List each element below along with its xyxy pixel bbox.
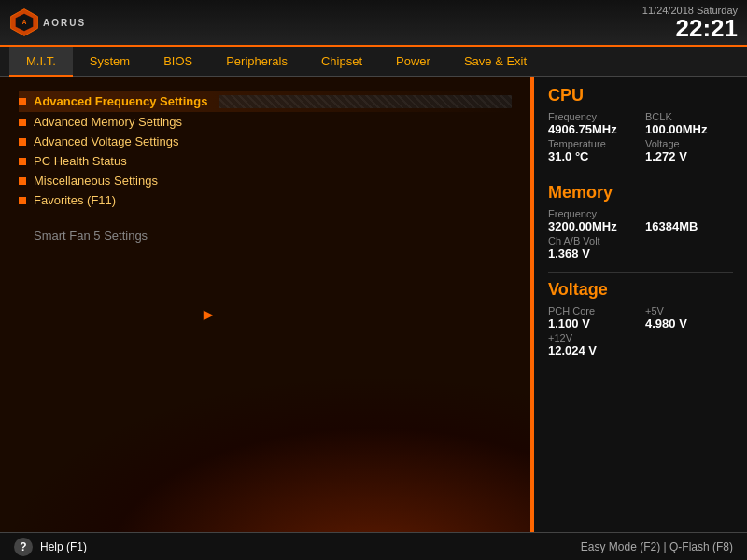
cpu-bclk: BCLK 100.00MHz [645, 111, 733, 136]
smart-fan-settings[interactable]: Smart Fan 5 Settings [34, 229, 512, 243]
logo-text: AORUS [43, 18, 86, 28]
nav-item-mit[interactable]: M.I.T. [9, 47, 73, 77]
mem-size: 16384MB [645, 208, 733, 233]
help-label: Help (F1) [40, 540, 87, 553]
logo-area: A AORUS [9, 7, 86, 37]
menu-item-adv-freq[interactable]: Advanced Frequency Settings [19, 91, 512, 112]
datetime-area: 11/24/2018 Saturday 22:21 [642, 5, 738, 40]
nav-item-peripherals[interactable]: Peripherals [209, 47, 304, 77]
plus12v: +12V 12.024 V [548, 332, 733, 357]
crosshatch-decoration [219, 95, 512, 108]
footer-right-text: Easy Mode (F2) | Q-Flash (F8) [581, 540, 733, 553]
help-icon: ? [14, 538, 33, 556]
cpu-voltage: Voltage 1.272 V [645, 138, 733, 163]
voltage-info-grid: PCH Core 1.100 V +5V 4.980 V +12V 12.024… [548, 305, 733, 357]
chevron-right-icon: ► [200, 305, 217, 325]
menu-item-adv-mem[interactable]: Advanced Memory Settings [19, 112, 512, 132]
bullet-icon [19, 98, 26, 105]
left-panel: Advanced Frequency Settings Advanced Mem… [0, 77, 532, 553]
menu-item-misc[interactable]: Miscellaneous Settings [19, 171, 512, 190]
cpu-temp: Temperature 31.0 °C [548, 138, 636, 163]
plus5v: +5V 4.980 V [645, 305, 733, 330]
aorus-logo-icon: A [9, 7, 39, 37]
menu-item-adv-volt[interactable]: Advanced Voltage Settings [19, 132, 512, 151]
svg-text:A: A [22, 19, 27, 25]
nav-item-save-exit[interactable]: Save & Exit [447, 47, 543, 77]
mem-freq: Frequency 3200.00MHz [548, 208, 636, 233]
cpu-freq-label: Frequency 4906.75MHz [548, 111, 636, 136]
right-panel: CPU Frequency 4906.75MHz BCLK 100.00MHz … [532, 77, 747, 553]
mem-ch-ab-volt: Ch A/B Volt 1.368 V [548, 235, 733, 260]
section-divider-1 [548, 175, 733, 175]
footer: ? Help (F1) Easy Mode (F2) | Q-Flash (F8… [0, 532, 747, 560]
menu-item-favorites[interactable]: Favorites (F11) [19, 190, 512, 210]
nav-item-chipset[interactable]: Chipset [304, 47, 379, 77]
bullet-icon [19, 177, 26, 185]
time-display: 22:21 [676, 14, 739, 42]
cpu-section-title: CPU [548, 86, 733, 105]
memory-section-title: Memory [548, 183, 733, 203]
nav-bar: M.I.T. System BIOS Peripherals Chipset P… [0, 47, 747, 77]
main-content: Advanced Frequency Settings Advanced Mem… [0, 77, 747, 553]
header: A AORUS 11/24/2018 Saturday 22:21 [0, 0, 747, 47]
nav-item-system[interactable]: System [73, 47, 147, 77]
cpu-info-grid: Frequency 4906.75MHz BCLK 100.00MHz Temp… [548, 111, 733, 163]
nav-item-bios[interactable]: BIOS [147, 47, 209, 77]
voltage-section: Voltage PCH Core 1.100 V +5V 4.980 V +12… [548, 280, 733, 357]
cpu-section: CPU Frequency 4906.75MHz BCLK 100.00MHz … [548, 86, 733, 163]
bullet-icon [19, 158, 26, 165]
bullet-icon [19, 138, 26, 146]
pch-core: PCH Core 1.100 V [548, 305, 636, 330]
section-divider-2 [548, 272, 733, 273]
menu-item-pc-health[interactable]: PC Health Status [19, 151, 512, 171]
memory-section: Memory Frequency 3200.00MHz 16384MB Ch A… [548, 183, 733, 260]
bullet-icon [19, 197, 26, 204]
memory-info-grid: Frequency 3200.00MHz 16384MB Ch A/B Volt… [548, 208, 733, 260]
voltage-section-title: Voltage [548, 280, 733, 300]
bullet-icon [19, 119, 26, 126]
nav-item-power[interactable]: Power [379, 47, 447, 77]
help-area[interactable]: ? Help (F1) [14, 538, 87, 556]
